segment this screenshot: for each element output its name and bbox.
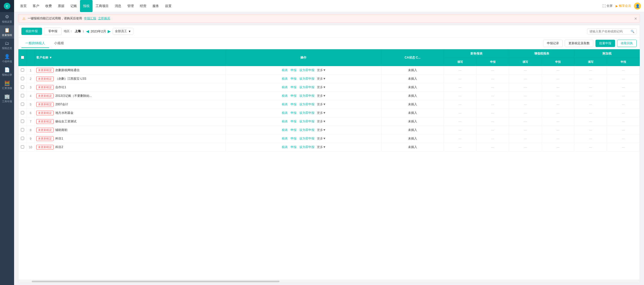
op-more-1[interactable]: 更多▼ (317, 77, 326, 80)
row-checkbox-9[interactable] (19, 143, 27, 152)
op-taxform-6[interactable]: 税表 (281, 120, 288, 123)
nav-home[interactable]: 首页 (17, 0, 30, 12)
row-checkbox-5[interactable] (19, 109, 27, 117)
row-check-3[interactable] (21, 94, 24, 97)
row-check-6[interactable] (21, 120, 24, 123)
op-taxform-8[interactable]: 税表 (281, 137, 288, 140)
op-declare-6[interactable]: 申报 (290, 120, 297, 123)
update-btn[interactable]: 更新税定及取数 (565, 40, 593, 47)
op-declare-7[interactable]: 申报 (290, 128, 297, 132)
retrieve-btn[interactable]: 收取回执 (617, 40, 637, 47)
row-check-8[interactable] (21, 137, 24, 140)
op-more-5[interactable]: 更多▼ (317, 111, 326, 115)
nav-client[interactable]: 客户 (30, 0, 42, 12)
horizontal-scrollbar[interactable] (18, 280, 640, 283)
op-zero-2[interactable]: 设为零申报 (299, 85, 315, 89)
row-checkbox-7[interactable] (19, 126, 27, 134)
notice-close-btn[interactable]: ✕ (634, 17, 637, 21)
nav-bookkeeping[interactable]: 记账 (67, 0, 80, 12)
op-declare-3[interactable]: 申报 (290, 94, 297, 98)
op-declare-8[interactable]: 申报 (290, 137, 297, 140)
select-all-checkbox[interactable] (21, 56, 24, 59)
avatar[interactable]: 👤 (634, 3, 641, 10)
op-zero-5[interactable]: 设为零申报 (299, 111, 315, 115)
op-declare-4[interactable]: 申报 (290, 103, 297, 106)
subtab-small[interactable]: 小规模 (50, 39, 68, 48)
op-zero-9[interactable]: 设为零申报 (299, 145, 315, 149)
sidebar-item-jisuanqingdian[interactable]: 🧮 汇算清缴 (0, 78, 14, 92)
th-checkbox[interactable] (19, 50, 27, 66)
row-check-0[interactable] (21, 68, 24, 72)
dept-select[interactable]: 全部员工 ▼ (113, 28, 133, 35)
op-more-4[interactable]: 更多▼ (317, 103, 326, 106)
op-more-8[interactable]: 更多▼ (317, 137, 326, 140)
row-check-2[interactable] (21, 85, 24, 89)
record-btn[interactable]: 申报记录 (543, 40, 563, 47)
sidebar-item-geshenbaoshui[interactable]: 👤 个税申报 (0, 52, 14, 65)
scroll-thumb[interactable] (32, 281, 279, 282)
op-zero-1[interactable]: 设为零申报 (299, 77, 315, 80)
row-check-5[interactable] (21, 111, 24, 114)
op-zero-4[interactable]: 设为零申报 (299, 103, 315, 106)
row-checkbox-6[interactable] (19, 117, 27, 126)
nav-settings[interactable]: 设置 (162, 0, 175, 12)
sidebar-item-piliangbaoshui[interactable]: 📋 批量报税 (0, 25, 14, 39)
date-prev-btn[interactable]: ◀ (86, 29, 89, 34)
th-client[interactable]: 客户名称 ▼ (35, 50, 226, 66)
op-taxform-7[interactable]: 税表 (281, 128, 288, 132)
op-zero-7[interactable]: 设为零申报 (299, 128, 315, 132)
nav-manage[interactable]: 管理 (124, 0, 137, 12)
op-zero-0[interactable]: 设为零申报 (299, 68, 315, 72)
op-taxform-9[interactable]: 税表 (281, 145, 288, 149)
th-ca[interactable]: CA状态 C... (381, 50, 444, 66)
nav-message[interactable]: 消息 (112, 0, 124, 12)
row-checkbox-0[interactable] (19, 66, 27, 75)
nav-fee[interactable]: 收费 (42, 0, 55, 12)
nav-invoice[interactable]: 票据 (55, 0, 67, 12)
nav-tax[interactable]: 报税 (80, 0, 93, 12)
notice-link-report[interactable]: 申报汇报 (84, 16, 96, 21)
op-declare-2[interactable]: 申报 (290, 85, 297, 89)
row-check-1[interactable] (21, 77, 24, 80)
op-declare-9[interactable]: 申报 (290, 145, 297, 149)
tab-tax-declaration[interactable]: 税款申报 (21, 28, 42, 35)
op-more-7[interactable]: 更多▼ (317, 128, 326, 132)
batch-btn[interactable]: 批量申报 (595, 40, 615, 47)
notice-link-buy[interactable]: 立即购买 (98, 16, 110, 21)
row-checkbox-8[interactable] (19, 134, 27, 143)
date-next-btn[interactable]: ▶ (108, 29, 111, 34)
op-declare-1[interactable]: 申报 (290, 77, 297, 80)
sidebar-item-gongshangnianbao[interactable]: 🏢 工商年报 (0, 92, 14, 105)
op-taxform-4[interactable]: 税表 (281, 103, 288, 106)
nav-operation[interactable]: 经营 (137, 0, 149, 12)
op-more-6[interactable]: 更多▼ (317, 120, 326, 123)
row-checkbox-2[interactable] (19, 83, 27, 92)
sidebar-item-baoshuishezhi[interactable]: ⚙ 报税设置 (0, 12, 14, 25)
search-input[interactable] (589, 30, 630, 33)
op-zero-8[interactable]: 设为零申报 (299, 137, 315, 140)
tab-zero-declaration[interactable]: 零申报 (44, 28, 62, 35)
op-more-3[interactable]: 更多▼ (317, 94, 326, 98)
nav-service[interactable]: 服务 (149, 0, 162, 12)
op-declare-5[interactable]: 申报 (290, 111, 297, 115)
upgrade-btn[interactable]: ▶ 畅享会员 (616, 4, 631, 8)
op-taxform-1[interactable]: 税表 (281, 77, 288, 80)
region-info-icon[interactable]: ℹ (83, 30, 84, 33)
op-taxform-3[interactable]: 税表 (281, 94, 288, 98)
op-zero-6[interactable]: 设为零申报 (299, 120, 315, 123)
fullscreen-btn[interactable]: ⛶ 全屏 (602, 4, 613, 8)
row-checkbox-4[interactable] (19, 100, 27, 109)
op-more-9[interactable]: 更多▼ (317, 145, 326, 149)
row-check-4[interactable] (21, 103, 24, 106)
subtab-general[interactable]: 一般的纳税人 (21, 39, 49, 48)
sidebar-item-baoshujilu[interactable]: 📄 报税记录 (0, 65, 14, 78)
op-taxform-2[interactable]: 税表 (281, 85, 288, 89)
op-taxform-5[interactable]: 税表 (281, 111, 288, 115)
row-checkbox-1[interactable] (19, 75, 27, 83)
row-check-9[interactable] (21, 145, 24, 149)
sidebar-item-baoshugonglan[interactable]: 🗂 报税总览 (0, 39, 14, 52)
op-more-2[interactable]: 更多▼ (317, 85, 326, 89)
op-zero-3[interactable]: 设为零申报 (299, 94, 315, 98)
op-taxform-0[interactable]: 税表 (281, 68, 288, 72)
op-declare-0[interactable]: 申报 (290, 68, 297, 72)
